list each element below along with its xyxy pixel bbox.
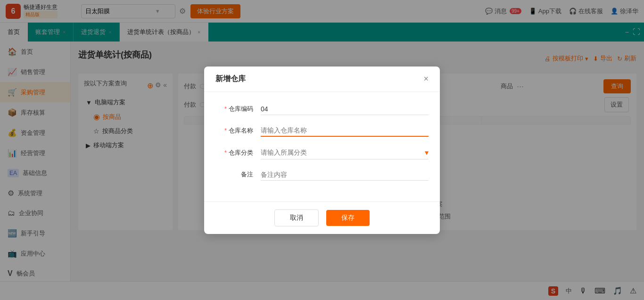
modal-title: 新增仓库 [215, 74, 246, 84]
form-row-name: 仓库名称 [215, 125, 429, 137]
warehouse-name-input[interactable] [261, 125, 429, 137]
warehouse-category-select[interactable]: ▾ [261, 146, 429, 159]
cancel-button[interactable]: 取消 [274, 209, 319, 226]
modal-body: 仓库编码 仓库名称 仓库分类 ▾ 备注 [204, 92, 440, 201]
form-row-code: 仓库编码 [215, 103, 429, 115]
modal-overlay[interactable]: 新增仓库 × 仓库编码 仓库名称 仓库分类 ▾ [0, 0, 644, 300]
modal-footer: 取消 保存 [204, 201, 440, 234]
warehouse-category-label: 仓库分类 [215, 149, 253, 157]
modal-close-btn[interactable]: × [423, 74, 429, 84]
warehouse-code-input[interactable] [261, 103, 429, 115]
modal-header: 新增仓库 × [204, 67, 440, 92]
form-row-remark: 备注 [215, 169, 429, 181]
save-button[interactable]: 保存 [326, 210, 370, 226]
warehouse-code-label: 仓库编码 [215, 105, 253, 113]
warehouse-name-label: 仓库名称 [215, 126, 253, 135]
category-dropdown-icon[interactable]: ▾ [425, 148, 429, 157]
warehouse-category-input[interactable] [261, 149, 425, 156]
form-row-category: 仓库分类 ▾ [215, 146, 429, 159]
warehouse-modal: 新增仓库 × 仓库编码 仓库名称 仓库分类 ▾ [204, 67, 440, 234]
remark-input[interactable] [261, 169, 429, 181]
remark-label: 备注 [215, 170, 253, 179]
